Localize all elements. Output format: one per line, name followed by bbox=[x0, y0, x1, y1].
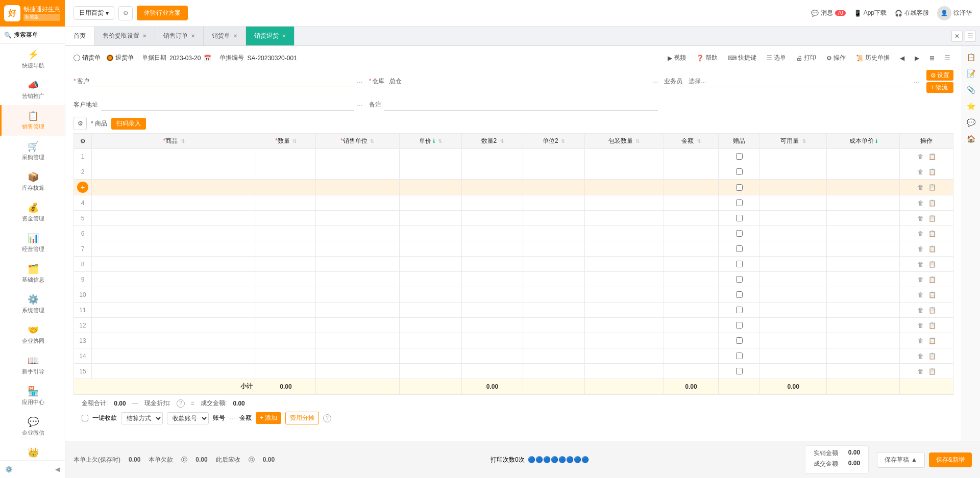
cell-unit2[interactable] bbox=[523, 287, 585, 303]
cell-amount[interactable] bbox=[664, 348, 718, 364]
delete-icon[interactable]: 🗑 bbox=[916, 183, 925, 192]
gift-checkbox[interactable] bbox=[736, 215, 743, 221]
copy-icon[interactable]: 📋 bbox=[927, 152, 937, 161]
cell-unit2[interactable] bbox=[523, 272, 585, 287]
gift-checkbox[interactable] bbox=[736, 261, 743, 267]
cell-cost[interactable] bbox=[827, 318, 900, 333]
cell-qty2[interactable] bbox=[461, 348, 523, 364]
category-select[interactable]: 日用百货 ▾ bbox=[74, 6, 114, 20]
copy-icon[interactable]: 📋 bbox=[927, 198, 937, 208]
cell-qty[interactable] bbox=[256, 149, 316, 164]
cell-pack[interactable] bbox=[584, 257, 664, 272]
cell-cost[interactable] bbox=[827, 149, 900, 164]
cell-product[interactable] bbox=[92, 318, 256, 333]
product-input[interactable] bbox=[95, 353, 253, 360]
cell-price[interactable] bbox=[399, 287, 461, 303]
cell-cost[interactable] bbox=[827, 180, 900, 195]
right-panel-btn-4[interactable]: 💬 bbox=[964, 115, 978, 130]
cell-available[interactable] bbox=[760, 164, 827, 180]
cell-unit[interactable] bbox=[315, 180, 399, 195]
add-row-btn[interactable]: + bbox=[77, 182, 88, 193]
copy-icon[interactable]: 📋 bbox=[927, 336, 937, 345]
sidebar-item-operation[interactable]: 📊 经营管理 bbox=[0, 228, 65, 258]
cell-qty2[interactable] bbox=[461, 164, 523, 180]
tab-close-icon[interactable]: ✕ bbox=[282, 33, 286, 39]
cell-amount[interactable] bbox=[664, 287, 718, 303]
cell-amount[interactable] bbox=[664, 257, 718, 272]
cell-price[interactable] bbox=[399, 226, 461, 241]
sidebar-search[interactable]: 🔍 搜索菜单 bbox=[0, 27, 65, 44]
cell-cost[interactable] bbox=[827, 364, 900, 379]
should-pay-help[interactable]: ⓪ bbox=[249, 456, 255, 464]
cell-product[interactable] bbox=[92, 303, 256, 318]
cell-available[interactable] bbox=[760, 333, 827, 348]
cell-qty[interactable] bbox=[256, 180, 316, 195]
cell-unit[interactable] bbox=[315, 318, 399, 333]
cell-pack[interactable] bbox=[584, 287, 664, 303]
sidebar-item-system[interactable]: ⚙️ 系统管理 bbox=[0, 289, 65, 319]
cell-amount[interactable] bbox=[664, 211, 718, 226]
cell-qty[interactable] bbox=[256, 164, 316, 180]
cell-available[interactable] bbox=[760, 287, 827, 303]
cell-amount[interactable] bbox=[664, 333, 718, 348]
cell-product[interactable] bbox=[92, 226, 256, 241]
cell-available[interactable] bbox=[760, 272, 827, 287]
gift-checkbox[interactable] bbox=[736, 230, 743, 237]
cell-cost[interactable] bbox=[827, 164, 900, 180]
history-btn[interactable]: 📜 历史单据 bbox=[853, 52, 893, 64]
product-input[interactable] bbox=[95, 291, 253, 298]
product-input[interactable] bbox=[95, 245, 253, 253]
cell-qty2[interactable] bbox=[461, 226, 523, 241]
cell-available[interactable] bbox=[760, 318, 827, 333]
sidebar-item-wechat[interactable]: 💬 企业微信 bbox=[0, 411, 65, 442]
cell-qty2[interactable] bbox=[461, 364, 523, 379]
cta-button[interactable]: 体验行业方案 bbox=[137, 6, 188, 20]
cell-price[interactable] bbox=[399, 364, 461, 379]
cell-pack[interactable] bbox=[584, 272, 664, 287]
cell-qty2[interactable] bbox=[461, 272, 523, 287]
account-select[interactable]: 收款账号 bbox=[167, 412, 209, 424]
print-btn[interactable]: 🖨 打印 bbox=[793, 52, 819, 64]
delete-icon[interactable]: 🗑 bbox=[916, 260, 925, 269]
gift-checkbox[interactable] bbox=[736, 368, 743, 374]
tab-close-icon[interactable]: ✕ bbox=[233, 33, 237, 39]
gift-checkbox[interactable] bbox=[736, 245, 743, 252]
cell-cost[interactable] bbox=[827, 333, 900, 348]
gift-checkbox[interactable] bbox=[736, 276, 743, 283]
sidebar-item-enterprise[interactable]: 🤝 企业协同 bbox=[0, 319, 65, 350]
cell-qty2[interactable] bbox=[461, 195, 523, 211]
product-input[interactable] bbox=[95, 199, 253, 207]
cell-product[interactable] bbox=[92, 364, 256, 379]
settings-icon[interactable]: ⚙️ bbox=[5, 466, 13, 473]
right-panel-btn-2[interactable]: 📎 bbox=[964, 83, 978, 97]
prev-btn[interactable]: ◀ bbox=[897, 53, 908, 63]
calc-method-select[interactable]: 结算方式 bbox=[121, 412, 163, 424]
cell-qty[interactable] bbox=[256, 287, 316, 303]
cell-unit[interactable] bbox=[315, 226, 399, 241]
cell-qty[interactable] bbox=[256, 303, 316, 318]
cell-amount[interactable] bbox=[664, 272, 718, 287]
cell-cost[interactable] bbox=[827, 195, 900, 211]
radio-sales[interactable]: 销货单 bbox=[74, 54, 101, 62]
split-help-btn[interactable]: ? bbox=[323, 414, 331, 422]
sidebar-item-purchase[interactable]: 🛒 采购管理 bbox=[0, 136, 65, 166]
cell-unit[interactable] bbox=[315, 195, 399, 211]
tab-售价提取设置[interactable]: 售价提取设置✕ bbox=[94, 27, 155, 45]
cell-available[interactable] bbox=[760, 226, 827, 241]
product-input[interactable] bbox=[95, 261, 253, 268]
tab-销售订单[interactable]: 销售订单✕ bbox=[155, 27, 204, 45]
product-input[interactable] bbox=[95, 230, 253, 237]
delete-icon[interactable]: 🗑 bbox=[916, 306, 925, 315]
remark-input[interactable] bbox=[384, 99, 658, 111]
sidebar-item-finance[interactable]: 💰 资金管理 bbox=[0, 197, 65, 228]
delete-icon[interactable]: 🗑 bbox=[916, 214, 925, 223]
warehouse-dots[interactable]: ··· bbox=[652, 78, 658, 86]
staff-dots[interactable]: ··· bbox=[913, 78, 919, 86]
cell-cost[interactable] bbox=[827, 348, 900, 364]
sidebar-item-basic[interactable]: 🗂️ 基础信息 bbox=[0, 258, 65, 289]
cell-product[interactable] bbox=[92, 287, 256, 303]
cell-available[interactable] bbox=[760, 348, 827, 364]
cell-cost[interactable] bbox=[827, 241, 900, 257]
ops-btn[interactable]: ⚙ 操作 bbox=[823, 52, 849, 64]
cell-qty2[interactable] bbox=[461, 149, 523, 164]
